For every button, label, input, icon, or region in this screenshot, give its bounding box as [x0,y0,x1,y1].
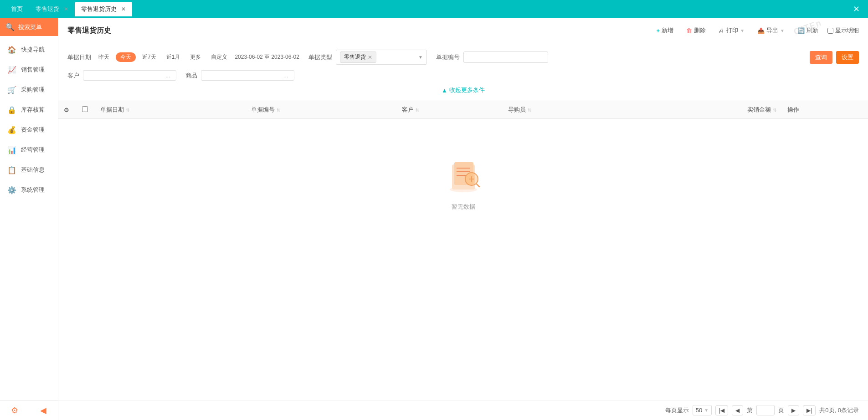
finance-icon: 💰 [7,125,16,134]
sidebar-settings-button[interactable]: ⚙ [0,401,29,420]
main-layout: 🔍 搜索菜单 🏠 快捷导航 📈 销售管理 🛒 采购管理 🔒 库存核算 💰 [0,18,868,420]
sidebar-nav: 🏠 快捷导航 📈 销售管理 🛒 采购管理 🔒 库存核算 💰 资金管理 📊 [0,36,58,400]
type-tag-remove[interactable]: ✕ [368,54,372,61]
yesterday-btn[interactable]: 昨天 [95,52,113,62]
customer-ellipsis[interactable]: ... [164,72,172,79]
sidebar-collapse-button[interactable]: ◀ [29,401,58,420]
page-title: 零售退货历史 [67,26,111,36]
sidebar-item-sales-mgmt-label: 销售管理 [21,66,45,74]
total-info: 共0页, 0条记录 [819,406,859,415]
sales-icon: 📈 [7,65,16,74]
tab-retail-return-close[interactable]: ✕ [64,6,68,12]
goods-ellipsis[interactable]: ... [282,72,290,79]
voucher-filter-item: 单据编号 [436,51,548,63]
table-col-voucher-label: 单据编号 [251,106,275,113]
sidebar-item-quick-nav-label: 快捷导航 [21,46,45,54]
sidebar-search[interactable]: 🔍 搜索菜单 [0,18,58,36]
customer-input[interactable] [87,72,164,79]
tab-retail-return-history-label: 零售退货历史 [81,5,117,13]
table-col-date[interactable]: 单据日期 ⇅ [95,101,246,119]
goods-input[interactable] [205,72,282,79]
filter-area: 单据日期 昨天 今天 近7天 近1月 更多 自定义 2023-06-02 至 2… [58,43,868,101]
customer-label: 客户 [67,72,79,80]
print-arrow-icon: ▼ [740,28,745,33]
sidebar: 🔍 搜索菜单 🏠 快捷导航 📈 销售管理 🛒 采购管理 🔒 库存核算 💰 [0,18,58,420]
sidebar-item-purchase-mgmt-label: 采购管理 [21,86,45,94]
next-page-button[interactable]: ▶ [788,405,799,415]
sidebar-item-sales-mgmt[interactable]: 📈 销售管理 [0,60,58,80]
settings-button[interactable]: 设置 [836,51,859,64]
voucher-input[interactable] [463,51,548,63]
table-header: ⚙ 单据日期 ⇅ 单据编号 ⇅ [58,101,868,119]
type-select-arrow-icon: ▼ [418,55,423,60]
first-page-button[interactable]: |◀ [715,405,728,415]
sidebar-item-inventory[interactable]: 🔒 库存核算 [0,100,58,120]
table-col-voucher[interactable]: 单据编号 ⇅ [246,101,396,119]
sidebar-item-finance[interactable]: 💰 资金管理 [0,120,58,140]
table-select-all-checkbox[interactable] [82,106,88,112]
delete-button[interactable]: 🗑 删除 [683,25,709,36]
sidebar-item-quick-nav[interactable]: 🏠 快捷导航 [0,40,58,60]
export-button[interactable]: 📤 导出 ▼ [754,25,788,36]
table-col-actions: 操作 [782,101,868,119]
date-range-display: 2023-06-02 至 2023-06-02 [235,53,299,61]
window-close-button[interactable]: ✕ [849,4,863,14]
more-btn[interactable]: 更多 [186,52,205,62]
last7-btn[interactable]: 近7天 [139,52,160,62]
operations-icon: 📊 [7,145,16,154]
tab-retail-return-history[interactable]: 零售退货历史 ✕ [75,2,132,16]
filter-row-1: 单据日期 昨天 今天 近7天 近1月 更多 自定义 2023-06-02 至 2… [67,50,859,65]
print-button[interactable]: 🖨 打印 ▼ [715,25,748,36]
page-size-label: 每页显示 [665,406,689,415]
sidebar-item-system-label: 系统管理 [21,186,45,194]
collapse-row: ▲ 收起更多条件 [67,86,859,94]
goods-filter-item: 商品 ... [185,70,294,81]
table-col-guide[interactable]: 导购员 ⇅ [503,101,631,119]
collapse-label: 收起更多条件 [449,86,485,94]
page-number-input[interactable]: 1 [756,405,775,415]
table-col-customer-label: 客户 [402,106,414,113]
prev-page-button[interactable]: ◀ [732,405,743,415]
tab-home[interactable]: 首页 [5,2,29,16]
add-label: 新增 [662,26,673,35]
last-page-button[interactable]: ▶| [803,405,816,415]
refresh-button[interactable]: 🔄 刷新 [794,25,822,36]
sidebar-item-purchase-mgmt[interactable]: 🛒 采购管理 [0,80,58,100]
show-detail-input[interactable] [827,28,833,34]
sidebar-item-basic-info[interactable]: 📋 基础信息 [0,160,58,180]
table-checkbox-col[interactable] [77,101,95,119]
table-col-guide-label: 导购员 [508,106,526,113]
page-size-select[interactable]: 50 ▼ [693,405,712,415]
custom-btn[interactable]: 自定义 [207,52,231,62]
sidebar-item-operations[interactable]: 📊 经营管理 [0,140,58,160]
show-detail-checkbox[interactable]: 显示明细 [827,26,859,35]
empty-state-cell: 暂无数据 [58,119,868,243]
today-btn[interactable]: 今天 [116,52,136,62]
type-label: 单据类型 [308,53,332,61]
table-settings-icon[interactable]: ⚙ [64,107,69,113]
type-select[interactable]: 零售退货 ✕ ▼ [336,50,427,65]
collapse-button[interactable]: ▲ 收起更多条件 [442,86,485,94]
table-col-amount-label: 实销金额 [747,106,771,113]
sidebar-item-finance-label: 资金管理 [21,126,45,134]
type-tag: 零售退货 ✕ [340,51,376,63]
last-month-btn[interactable]: 近1月 [163,52,184,62]
table-header-row: ⚙ 单据日期 ⇅ 单据编号 ⇅ [58,101,868,119]
page-size-arrow-icon: ▼ [704,408,709,413]
print-label: 打印 [726,26,738,35]
date-filter: 昨天 今天 近7天 近1月 更多 自定义 [95,52,231,62]
sidebar-item-system[interactable]: ⚙️ 系统管理 [0,180,58,200]
table-settings-col[interactable]: ⚙ [58,101,77,119]
table-col-actions-label: 操作 [787,106,799,113]
empty-state-row: 暂无数据 [58,119,868,243]
tab-retail-return-history-close[interactable]: ✕ [121,6,126,12]
customer-sort-icon: ⇅ [416,108,419,113]
tab-retail-return[interactable]: 零售退货 ✕ [29,2,75,16]
table-col-amount[interactable]: 实销金额 ⇅ [631,101,782,119]
sidebar-item-operations-label: 经营管理 [21,146,45,154]
query-button[interactable]: 查询 [810,51,832,64]
table-col-customer[interactable]: 客户 ⇅ [396,101,503,119]
page-header: 零售退货历史 + 新增 🗑 删除 🖨 打印 ▼ [58,18,868,43]
refresh-icon: 🔄 [797,27,805,34]
add-button[interactable]: + 新增 [653,25,678,36]
